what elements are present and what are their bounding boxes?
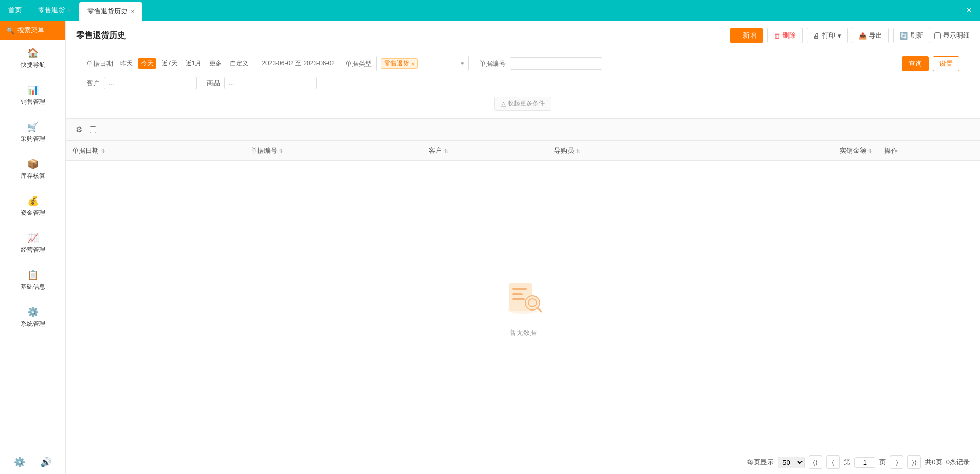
bill-type-tag-close[interactable]: × xyxy=(411,61,414,67)
collapse-label: 收起更多条件 xyxy=(508,99,545,108)
home-icon: 🏠 xyxy=(27,47,39,59)
sidebar-item-finance-label: 资金管理 xyxy=(21,209,45,217)
cart-icon: 🛒 xyxy=(27,121,39,133)
tab-home-label: 首页 xyxy=(8,6,22,15)
tab-retail-return[interactable]: 零售退货 × xyxy=(30,0,79,21)
window-close-button[interactable]: × xyxy=(958,5,980,16)
sidebar-search[interactable]: 🔍 搜索菜单 xyxy=(0,21,65,40)
sort-arrows-customer: ⇅ xyxy=(444,148,448,154)
col-date[interactable]: 单据日期 ⇅ xyxy=(66,141,244,161)
first-page-button[interactable]: ⟨⟨ xyxy=(809,455,822,469)
sidebar-item-basic-info[interactable]: 📋 基础信息 xyxy=(0,262,65,299)
customer-input[interactable] xyxy=(104,77,197,89)
bill-no-input[interactable] xyxy=(510,57,602,70)
volume-icon[interactable]: 🔊 xyxy=(40,457,51,468)
last1month-btn[interactable]: 近1月 xyxy=(183,58,205,69)
export-icon: 📤 xyxy=(859,32,867,40)
sidebar-item-sales[interactable]: 📊 销售管理 xyxy=(0,77,65,114)
show-detail-checkbox[interactable] xyxy=(934,32,941,39)
col-amount[interactable]: 实销金额 ⇅ xyxy=(700,141,878,161)
table-header: 单据日期 ⇅ 单据编号 ⇅ 客户 ⇅ 导购员 xyxy=(66,141,980,161)
collapse-arrow-icon: △ xyxy=(501,100,506,107)
today-btn[interactable]: 今天 xyxy=(138,58,156,69)
custom-btn[interactable]: 自定义 xyxy=(227,58,252,69)
col-amount-label: 实销金额 xyxy=(840,147,866,154)
sidebar-item-inventory[interactable]: 📦 库存核算 xyxy=(0,151,65,188)
date-filter-label: 单据日期 xyxy=(86,59,113,68)
delete-button[interactable]: 🗑 删除 xyxy=(767,28,803,43)
col-no-label: 单据编号 xyxy=(251,147,277,154)
sidebar-item-quick-nav[interactable]: 🏠 快捷导航 xyxy=(0,40,65,77)
page-input[interactable] xyxy=(854,457,875,468)
date-to: 2023-06-02 xyxy=(303,60,334,67)
prev-page-button[interactable]: ⟨ xyxy=(826,455,840,469)
sidebar-item-system-label: 系统管理 xyxy=(21,320,45,329)
tab-retail-return-history-close[interactable]: × xyxy=(131,8,134,14)
main-content: 零售退货历史 + 新增 🗑 删除 🖨 打印 ▾ 📤 导出 xyxy=(66,21,980,474)
col-no[interactable]: 单据编号 ⇅ xyxy=(244,141,423,161)
col-action-label: 操作 xyxy=(884,147,898,154)
sort-arrows-date: ⇅ xyxy=(101,148,105,154)
pagination: 每页显示 20 50 100 ⟨⟨ ⟨ 第 页 ⟩ ⟩⟩ 共0页, 0条记录 xyxy=(66,450,980,474)
main-layout: 🔍 搜索菜单 🏠 快捷导航 📊 销售管理 🛒 采购管理 📦 库存核算 💰 资金管… xyxy=(0,21,980,474)
goods-input[interactable] xyxy=(224,77,317,89)
sidebar-item-inventory-label: 库存核算 xyxy=(21,172,45,180)
date-range-display: 2023-06-02 至 2023-06-02 xyxy=(262,59,334,68)
bill-no-filter-group: 单据编号 xyxy=(479,57,602,70)
settings-icon[interactable]: ⚙️ xyxy=(14,457,25,468)
export-label: 导出 xyxy=(869,31,882,40)
date-from: 2023-06-02 xyxy=(262,60,293,67)
per-page-select[interactable]: 20 50 100 xyxy=(778,457,805,468)
box-icon: 📦 xyxy=(27,158,39,170)
page-header: 零售退货历史 + 新增 🗑 删除 🖨 打印 ▾ 📤 导出 xyxy=(66,21,980,119)
svg-rect-3 xyxy=(512,293,523,295)
sidebar-item-quick-nav-label: 快捷导航 xyxy=(21,61,45,69)
svg-rect-2 xyxy=(512,288,527,290)
more-btn[interactable]: 更多 xyxy=(206,58,225,69)
sidebar-item-finance[interactable]: 💰 资金管理 xyxy=(0,188,65,225)
date-filter-group: 单据日期 昨天 今天 近7天 近1月 更多 自定义 xyxy=(86,58,252,69)
last7-btn[interactable]: 近7天 xyxy=(158,58,181,69)
bill-type-tag-value: 零售退货 xyxy=(384,59,409,68)
tab-retail-return-close[interactable]: × xyxy=(68,7,71,13)
bill-type-filter-group: 单据类型 零售退货 × ▾ xyxy=(345,56,469,71)
sidebar-item-purchase[interactable]: 🛒 采购管理 xyxy=(0,114,65,151)
tab-home[interactable]: 首页 xyxy=(0,0,30,21)
sidebar-bottom: ⚙️ 🔊 xyxy=(0,450,65,474)
new-button[interactable]: + 新增 xyxy=(730,28,763,43)
query-button[interactable]: 查询 xyxy=(902,56,929,71)
collapse-button[interactable]: △ 收起更多条件 xyxy=(494,97,551,111)
col-guide-label: 导购员 xyxy=(554,147,574,154)
print-button[interactable]: 🖨 打印 ▾ xyxy=(807,28,848,43)
col-customer-label: 客户 xyxy=(429,147,442,154)
sort-arrows-no: ⇅ xyxy=(279,148,283,154)
tab-retail-return-history[interactable]: 零售退货历史 × xyxy=(79,2,142,21)
collapse-row: △ 收起更多条件 xyxy=(86,95,959,112)
last-page-button[interactable]: ⟩⟩ xyxy=(907,455,921,469)
page-label: 页 xyxy=(879,458,886,467)
show-detail-checkbox-label[interactable]: 显示明细 xyxy=(934,31,970,40)
col-customer[interactable]: 客户 ⇅ xyxy=(422,141,548,161)
yesterday-btn[interactable]: 昨天 xyxy=(117,58,136,69)
export-button[interactable]: 📤 导出 xyxy=(852,28,889,43)
money-icon: 💰 xyxy=(27,195,39,207)
sidebar-item-operations[interactable]: 📈 经营管理 xyxy=(0,225,65,262)
delete-icon: 🗑 xyxy=(774,32,780,40)
table-settings-icon[interactable]: ⚙ xyxy=(72,123,85,136)
refresh-button[interactable]: 🔄 刷新 xyxy=(893,28,930,43)
settings-button[interactable]: 设置 xyxy=(933,56,959,71)
col-guide[interactable]: 导购员 ⇅ xyxy=(548,141,700,161)
sidebar-search-label: 搜索菜单 xyxy=(17,26,44,35)
next-page-button[interactable]: ⟩ xyxy=(890,455,903,469)
data-table: 单据日期 ⇅ 单据编号 ⇅ 客户 ⇅ 导购员 xyxy=(66,141,980,161)
page-title-row: 零售退货历史 + 新增 🗑 删除 🖨 打印 ▾ 📤 导出 xyxy=(76,28,970,43)
refresh-icon: 🔄 xyxy=(900,32,908,40)
tab-retail-return-history-label: 零售退货历史 xyxy=(87,7,128,16)
select-all-checkbox[interactable] xyxy=(90,126,96,133)
bill-type-select[interactable]: 零售退货 × ▾ xyxy=(376,56,469,71)
sidebar-item-system[interactable]: ⚙️ 系统管理 xyxy=(0,299,65,336)
empty-state-text: 暂无数据 xyxy=(510,328,537,337)
empty-state-icon xyxy=(500,274,546,320)
chart-icon: 📊 xyxy=(27,84,39,96)
customer-label: 客户 xyxy=(86,79,100,88)
